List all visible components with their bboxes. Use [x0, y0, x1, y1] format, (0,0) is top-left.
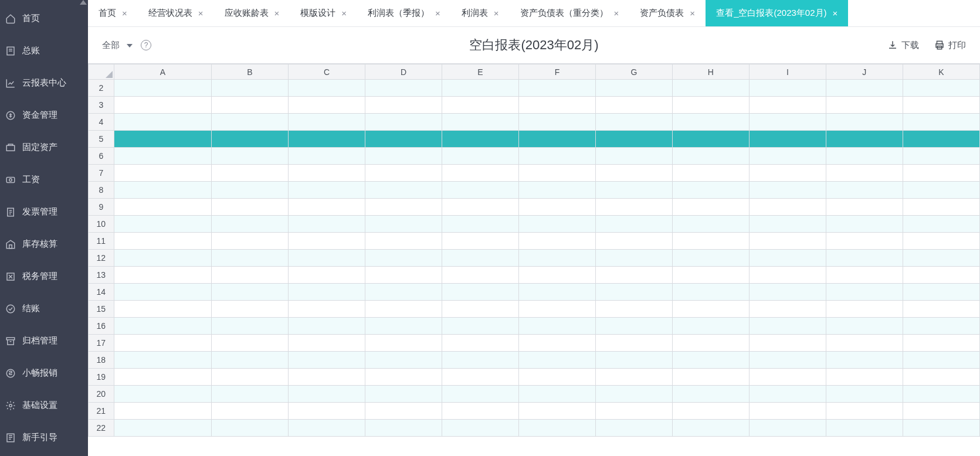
close-icon[interactable]: ×: [614, 9, 619, 18]
row-header-8[interactable]: 8: [89, 182, 114, 199]
cell-G9[interactable]: [595, 199, 672, 216]
cell-D21[interactable]: [365, 403, 442, 420]
cell-B6[interactable]: [212, 148, 289, 165]
cell-E16[interactable]: [442, 318, 518, 335]
cell-F8[interactable]: [518, 182, 595, 199]
cell-D13[interactable]: [365, 267, 442, 284]
cell-K13[interactable]: [903, 267, 979, 284]
close-icon[interactable]: ×: [122, 9, 127, 18]
cell-E6[interactable]: [442, 148, 518, 165]
cell-A4[interactable]: [114, 114, 211, 131]
cell-E14[interactable]: [442, 284, 518, 301]
cell-H22[interactable]: [672, 420, 749, 437]
cell-C6[interactable]: [288, 148, 365, 165]
row-header-19[interactable]: 19: [89, 369, 114, 386]
cell-A10[interactable]: [114, 216, 211, 233]
cell-D20[interactable]: [365, 386, 442, 403]
col-header-C[interactable]: C: [288, 64, 365, 80]
cell-A2[interactable]: [114, 80, 211, 97]
sidebar-item-11[interactable]: 小畅报销: [0, 357, 88, 389]
cell-C19[interactable]: [288, 369, 365, 386]
cell-D8[interactable]: [365, 182, 442, 199]
cell-G17[interactable]: [595, 335, 672, 352]
cell-K22[interactable]: [903, 420, 979, 437]
spreadsheet[interactable]: ABCDEFGHIJK 2345678910111213141516171819…: [88, 63, 980, 456]
tab-1[interactable]: 经营状况表×: [138, 0, 214, 26]
cell-J22[interactable]: [826, 420, 903, 437]
close-icon[interactable]: ×: [435, 9, 440, 18]
cell-F21[interactable]: [518, 403, 595, 420]
cell-F4[interactable]: [518, 114, 595, 131]
cell-J17[interactable]: [826, 335, 903, 352]
cell-A16[interactable]: [114, 318, 211, 335]
sidebar-item-4[interactable]: 固定资产: [0, 131, 88, 164]
row-header-10[interactable]: 10: [89, 216, 114, 233]
col-header-D[interactable]: D: [365, 64, 442, 80]
cell-K5[interactable]: [903, 131, 979, 148]
cell-C16[interactable]: [288, 318, 365, 335]
cell-I20[interactable]: [749, 386, 826, 403]
row-header-17[interactable]: 17: [89, 335, 114, 352]
cell-E5[interactable]: [442, 131, 518, 148]
cell-E21[interactable]: [442, 403, 518, 420]
tab-6[interactable]: 资产负债表（重分类）×: [510, 0, 630, 26]
row-header-9[interactable]: 9: [89, 199, 114, 216]
sidebar-item-5[interactable]: 工资: [0, 164, 88, 196]
cell-K17[interactable]: [903, 335, 979, 352]
cell-B20[interactable]: [212, 386, 289, 403]
tab-7[interactable]: 资产负债表×: [629, 0, 706, 26]
cell-H8[interactable]: [672, 182, 749, 199]
cell-B10[interactable]: [212, 216, 289, 233]
cell-B11[interactable]: [212, 233, 289, 250]
cell-H17[interactable]: [672, 335, 749, 352]
cell-K18[interactable]: [903, 352, 979, 369]
cell-F16[interactable]: [518, 318, 595, 335]
cell-H11[interactable]: [672, 233, 749, 250]
row-header-13[interactable]: 13: [89, 267, 114, 284]
cell-H4[interactable]: [672, 114, 749, 131]
cell-G20[interactable]: [595, 386, 672, 403]
cell-C2[interactable]: [288, 80, 365, 97]
cell-B3[interactable]: [212, 97, 289, 114]
cell-G8[interactable]: [595, 182, 672, 199]
cell-J13[interactable]: [826, 267, 903, 284]
cell-I10[interactable]: [749, 216, 826, 233]
cell-G5[interactable]: [595, 131, 672, 148]
cell-J18[interactable]: [826, 352, 903, 369]
cell-I19[interactable]: [749, 369, 826, 386]
cell-J14[interactable]: [826, 284, 903, 301]
cell-J11[interactable]: [826, 233, 903, 250]
cell-J21[interactable]: [826, 403, 903, 420]
cell-I9[interactable]: [749, 199, 826, 216]
cell-A18[interactable]: [114, 352, 211, 369]
cell-E13[interactable]: [442, 267, 518, 284]
cell-E7[interactable]: [442, 165, 518, 182]
cell-K10[interactable]: [903, 216, 979, 233]
cell-I11[interactable]: [749, 233, 826, 250]
cell-C15[interactable]: [288, 301, 365, 318]
sidebar-item-0[interactable]: 首页: [0, 2, 88, 35]
cell-H20[interactable]: [672, 386, 749, 403]
cell-G14[interactable]: [595, 284, 672, 301]
col-header-B[interactable]: B: [212, 64, 289, 80]
cell-I8[interactable]: [749, 182, 826, 199]
cell-A9[interactable]: [114, 199, 211, 216]
col-header-K[interactable]: K: [903, 64, 979, 80]
cell-C22[interactable]: [288, 420, 365, 437]
cell-K11[interactable]: [903, 233, 979, 250]
cell-D22[interactable]: [365, 420, 442, 437]
cell-E11[interactable]: [442, 233, 518, 250]
cell-G22[interactable]: [595, 420, 672, 437]
cell-G10[interactable]: [595, 216, 672, 233]
cell-A5[interactable]: [114, 131, 211, 148]
cell-H9[interactable]: [672, 199, 749, 216]
cell-G4[interactable]: [595, 114, 672, 131]
row-header-7[interactable]: 7: [89, 165, 114, 182]
cell-J16[interactable]: [826, 318, 903, 335]
cell-E9[interactable]: [442, 199, 518, 216]
cell-C13[interactable]: [288, 267, 365, 284]
cell-D17[interactable]: [365, 335, 442, 352]
cell-G3[interactable]: [595, 97, 672, 114]
cell-J20[interactable]: [826, 386, 903, 403]
sidebar-item-8[interactable]: 税务管理: [0, 260, 88, 292]
